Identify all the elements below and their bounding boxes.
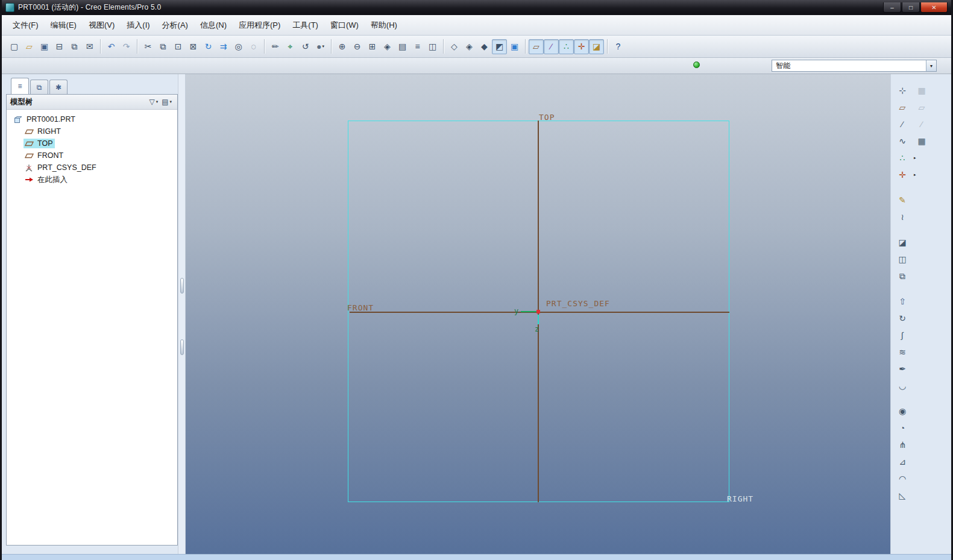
menu-tools[interactable]: 工具(T) (286, 17, 324, 33)
menu-analysis[interactable]: 分析(A) (156, 17, 194, 33)
paste-special-button[interactable]: ⊠ (186, 39, 201, 54)
layers-button[interactable]: ≡ (410, 39, 425, 54)
send-mail-button[interactable]: ✉ (82, 39, 97, 54)
top-plane-label[interactable]: TOP (539, 113, 555, 122)
shading-sphere-button[interactable]: ●▾ (313, 39, 328, 54)
tab-favorites[interactable]: ✱ (49, 80, 68, 94)
tab-folder-browser[interactable]: ⧉ (30, 80, 48, 94)
menu-file[interactable]: 文件(F) (7, 17, 45, 33)
chevron-down-icon[interactable]: ▾ (169, 99, 172, 104)
annotation-display-toggle[interactable]: ◪ (589, 39, 604, 54)
refit-button[interactable]: ⊞ (365, 39, 380, 54)
menu-insert[interactable]: 插入(I) (121, 17, 156, 33)
find-button[interactable]: ◎ (231, 39, 246, 54)
nohidden-display-button[interactable]: ◆ (477, 39, 492, 54)
orient-mode-button[interactable]: ↺ (298, 39, 313, 54)
realism-display-button[interactable]: ▣ (507, 39, 522, 54)
revolve-button[interactable]: ↻ (895, 310, 910, 326)
csys-display-toggle[interactable]: ✛ (574, 39, 589, 54)
datum-plane-button[interactable]: ▱ (895, 99, 910, 115)
sketch-plane-button[interactable]: ◪ (895, 234, 910, 250)
menu-info[interactable]: 信息(N) (194, 17, 233, 33)
analysis-tool-button[interactable]: ≀ (895, 209, 910, 225)
tab-model-tree[interactable]: ≡ (11, 78, 29, 94)
selection-filter-combo[interactable]: 智能 ▾ (772, 60, 937, 72)
shell-button[interactable]: ◔ (895, 420, 910, 436)
chamfer-button[interactable]: ◺ (895, 488, 910, 503)
menu-view[interactable]: 视图(V) (83, 17, 121, 33)
flyout-arrow-icon[interactable]: ▸ (914, 156, 916, 160)
minimize-button[interactable]: – (883, 2, 901, 13)
zoom-out-button[interactable]: ⊖ (350, 39, 365, 54)
context-help-button[interactable]: ? (611, 39, 626, 54)
tree-node-csys[interactable]: PRT_CSYS_DEF (7, 162, 177, 174)
datum-plane-display-toggle[interactable]: ▱ (529, 39, 544, 54)
hole-button[interactable]: ◉ (895, 403, 910, 419)
rib-button[interactable]: ⋔ (895, 437, 910, 453)
cut-button[interactable]: ✂ (140, 39, 156, 54)
chevron-down-icon[interactable]: ▾ (322, 44, 324, 49)
print-button[interactable]: ⊟ (52, 39, 67, 54)
zoom-in-button[interactable]: ⊕ (335, 39, 350, 54)
draft-button[interactable]: ⊿ (895, 454, 910, 470)
tree-node-front[interactable]: FRONT (7, 149, 177, 162)
copy-geometry-button[interactable]: ⧉ (895, 268, 910, 284)
point-display-toggle[interactable]: ∴ (559, 39, 574, 54)
close-button[interactable]: ✕ (920, 2, 948, 13)
copy-button[interactable]: ⧉ (156, 39, 171, 54)
reorient-button[interactable]: ◈ (380, 39, 395, 54)
style-tool-button[interactable]: ✒ (895, 361, 910, 377)
flyout-arrow-icon[interactable]: ▸ (914, 172, 916, 177)
menu-edit[interactable]: 编辑(E) (45, 17, 83, 33)
redo-button[interactable]: ↷ (119, 39, 134, 54)
tree-node-part[interactable]: PRT0001.PRT (7, 113, 177, 125)
new-file-button[interactable]: ▢ (7, 39, 22, 54)
save-button[interactable]: ▣ (37, 39, 52, 54)
csys-origin-icon[interactable] (536, 310, 540, 313)
round-button[interactable]: ◠ (895, 471, 910, 486)
extrude-button[interactable]: ⇧ (895, 294, 910, 309)
tree-node-top[interactable]: TOP (7, 137, 177, 149)
csys-label[interactable]: PRT_CSYS_DEF (546, 299, 610, 308)
wireframe-display-button[interactable]: ◇ (447, 39, 462, 54)
undo-button[interactable]: ↶ (104, 39, 119, 54)
menu-window[interactable]: 窗口(W) (324, 17, 365, 33)
tree-node-right[interactable]: RIGHT (7, 125, 177, 137)
datum-point-button[interactable]: ∴ (895, 150, 910, 166)
coordinate-system-button[interactable]: ✛ (895, 167, 910, 183)
print-preview-button[interactable]: ⧉ (67, 39, 82, 54)
tree-filter-button[interactable]: ▽▾ (147, 96, 160, 107)
regen-manager-button[interactable]: ⇉ (216, 39, 231, 54)
panel-collapse-handle[interactable] (180, 339, 184, 355)
repaint-button[interactable]: ✏ (268, 39, 283, 54)
boundary-blend-button[interactable]: ≋ (895, 344, 910, 360)
chevron-down-icon[interactable]: ▾ (156, 99, 159, 104)
paste-button[interactable]: ⊡ (171, 39, 186, 54)
tree-columns-button[interactable]: ▤▾ (160, 96, 174, 107)
select-box-button[interactable]: ◌ (246, 39, 261, 54)
graphics-viewport[interactable]: TOP FRONT PRT_CSYS_DEF RIGHT y z (186, 74, 890, 554)
panel-splitter[interactable] (178, 74, 186, 554)
regenerate-button[interactable]: ↻ (201, 39, 216, 54)
open-file-button[interactable]: ▱ (22, 39, 37, 54)
datum-curve-button[interactable]: ∿ (895, 133, 910, 149)
freestyle-tool-button[interactable]: ◡ (895, 378, 910, 394)
panel-collapse-handle[interactable] (180, 278, 184, 294)
tree-node-insert-here[interactable]: 在此插入 (7, 174, 177, 186)
menu-help[interactable]: 帮助(H) (365, 17, 403, 33)
datum-axis-button[interactable]: ∕ (895, 116, 910, 132)
sketch-tool-button[interactable]: ✎ (895, 192, 910, 208)
plane-display-button[interactable]: ◫ (895, 251, 910, 267)
chevron-down-icon[interactable]: ▾ (926, 60, 936, 71)
shaded-display-button[interactable]: ◩ (492, 39, 507, 54)
saved-views-button[interactable]: ▤ (395, 39, 410, 54)
spin-center-button[interactable]: ⌖ (283, 39, 298, 54)
insert-datum-button[interactable]: ⊹ (895, 83, 910, 98)
right-plane-label[interactable]: RIGHT (727, 494, 753, 503)
z-axis-icon[interactable] (538, 315, 539, 324)
view-manager-button[interactable]: ◫ (425, 39, 440, 54)
datum-axis-display-toggle[interactable]: ∕ (544, 39, 559, 54)
graph-table-button[interactable]: ▦ (914, 133, 929, 149)
sweep-button[interactable]: ∫ (895, 327, 910, 343)
menu-applications[interactable]: 应用程序(P) (233, 17, 286, 33)
